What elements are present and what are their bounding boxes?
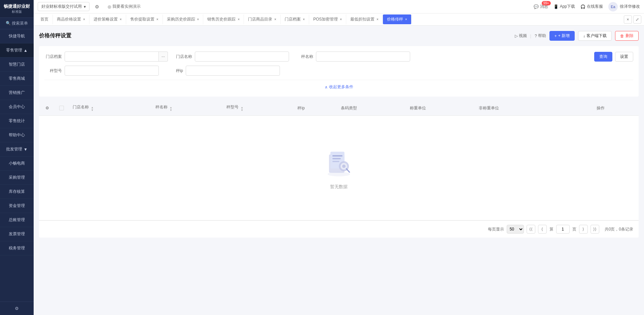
tab-pos-management[interactable]: POS加密管理 × <box>309 14 346 24</box>
sidebar-item-finance[interactable]: 资金管理 <box>0 199 34 213</box>
sidebar-search[interactable]: 🔍 搜索菜单 <box>0 18 34 29</box>
sort-icons-scale-model: ▲ ▼ <box>241 106 243 112</box>
th-barcode-type: 条码类型 <box>337 101 406 116</box>
store-name-input[interactable] <box>195 51 289 62</box>
help-link[interactable]: ? 帮助 <box>535 33 546 39</box>
tab-price-settings[interactable]: 商品价格设置 × <box>53 14 90 24</box>
demo-link-label: 我要看实例演示 <box>112 4 141 9</box>
query-button[interactable]: 查询 <box>594 52 612 62</box>
sidebar-item-marketing[interactable]: 营销推广 <box>0 86 34 100</box>
tab-sale-history-close[interactable]: × <box>238 18 240 21</box>
prev-page-btn[interactable]: ⟨ <box>538 225 547 234</box>
sidebar-item-small-ecom[interactable]: 小畅电商 <box>0 156 34 171</box>
tab-store-archive-close[interactable]: × <box>303 18 305 21</box>
sidebar-item-marketing-label: 营销推广 <box>9 90 25 95</box>
delete-label: 删除 <box>625 33 634 39</box>
tab-close-btn[interactable]: × <box>624 15 632 24</box>
add-icon: + <box>554 34 557 38</box>
sidebar-item-tax[interactable]: 税务管理 <box>0 241 34 255</box>
top-bar-right: 💬 消息 99+ 📱 App下载 🎧 在线客服 Ea 徐泽华修改 <box>534 2 640 11</box>
tab-min-discount[interactable]: 最低折扣设置 × <box>346 14 383 24</box>
sidebar-item-wholesale-label: 批发管理 <box>6 146 22 152</box>
tab-min-discount-close[interactable]: × <box>377 18 379 21</box>
tab-price-settings-close[interactable]: × <box>83 18 85 21</box>
sidebar-quick-nav[interactable]: 快捷导航 <box>0 29 34 43</box>
tab-store-catalog-close[interactable]: × <box>274 18 276 21</box>
sidebar-item-invoice-label: 发票管理 <box>9 232 25 236</box>
video-link[interactable]: ▷ 视频 <box>515 33 527 39</box>
tab-purchase-strategy[interactable]: 进价策略设置 × <box>90 14 126 24</box>
empty-cell: 暂无数据 <box>39 116 639 220</box>
download-button[interactable]: ↓ 客户端下载 <box>578 31 612 41</box>
pagination-total: 共0页，0条记录 <box>605 226 633 232</box>
sidebar-item-member-label: 会员中心 <box>9 104 25 109</box>
tab-store-archive[interactable]: 门店档案 × <box>281 14 309 24</box>
first-page-btn[interactable]: ⟨⟨ <box>527 225 535 234</box>
tab-store-catalog[interactable]: 门店商品目录 × <box>244 14 281 24</box>
tab-pos-management-close[interactable]: × <box>340 18 342 21</box>
select-all-checkbox[interactable] <box>59 106 64 110</box>
search-panel: 门店档案 ··· 门店名称 秤名称 <box>39 46 639 97</box>
sidebar-item-retail[interactable]: 零售管理 ▲ <box>0 43 34 58</box>
sidebar-item-retail-mall[interactable]: 零售商城 <box>0 72 34 86</box>
column-settings-btn[interactable]: ⚙ <box>43 104 51 112</box>
delete-button[interactable]: 🗑 删除 <box>615 31 639 41</box>
store-archive-suffix-btn[interactable]: ··· <box>159 51 168 62</box>
tab-purchase-history[interactable]: 采购历史价跟踪 × <box>163 14 204 24</box>
sidebar-item-purchase[interactable]: 采购管理 <box>0 171 34 185</box>
sidebar-item-retail-stats[interactable]: 零售统计 <box>0 114 34 128</box>
message-action[interactable]: 💬 消息 99+ <box>534 4 548 9</box>
add-button[interactable]: + + 新增 <box>549 31 575 41</box>
app-logo-title: 畅捷通好业财 <box>3 3 31 9</box>
settings-icon-btn[interactable]: ⚙ <box>92 2 102 11</box>
sidebar-item-smart-store-label: 智慧门店 <box>9 62 25 67</box>
tab-purchase-strategy-close[interactable]: × <box>120 18 122 21</box>
settings-form-button[interactable]: 设置 <box>615 52 633 62</box>
page-number-input[interactable] <box>556 225 570 234</box>
store-archive-input-group: ··· <box>65 51 168 62</box>
th-non-weight-unit: 非称重单位 <box>475 101 593 116</box>
scale-model-label: 秤型号 <box>44 68 62 74</box>
tab-sale-history-label: 销售历史价跟踪 <box>207 16 236 22</box>
version-selector[interactable]: 好业财标准版交付试用 ▾ <box>38 2 90 11</box>
sidebar-item-help-center[interactable]: 帮助中心 <box>0 128 34 142</box>
sidebar-item-smart-store[interactable]: 智慧门店 <box>0 58 34 72</box>
sidebar-item-invoice[interactable]: 发票管理 <box>0 227 34 241</box>
sidebar-item-inventory[interactable]: 库存核算 <box>0 185 34 199</box>
th-scale-ip: 秤ip <box>293 101 337 116</box>
empty-text: 暂无数据 <box>330 184 348 190</box>
svg-rect-5 <box>332 161 339 162</box>
sidebar-item-general-ledger[interactable]: 总账管理 <box>0 213 34 227</box>
scale-model-input[interactable] <box>65 66 159 76</box>
tab-price-scale[interactable]: 价格传秤 × <box>383 14 412 24</box>
last-page-btn[interactable]: ⟩⟩ <box>591 225 599 234</box>
sidebar-settings-btn[interactable]: ⚙ <box>0 302 34 315</box>
sidebar-item-member[interactable]: 会员中心 <box>0 100 34 114</box>
scale-name-input[interactable] <box>316 51 410 62</box>
scale-ip-input[interactable] <box>186 66 280 76</box>
tab-sale-history[interactable]: 销售历史价跟踪 × <box>203 14 244 24</box>
tab-sale-extract[interactable]: 售价提取设置 × <box>126 14 163 24</box>
action-buttons: 查询 设置 <box>594 52 633 62</box>
user-action[interactable]: Ea 徐泽华修改 <box>608 2 640 11</box>
tab-home[interactable]: 首页 <box>36 14 53 24</box>
next-page-btn[interactable]: ⟩ <box>579 225 588 234</box>
per-page-select[interactable]: 50 10 20 100 <box>507 225 524 234</box>
sidebar-quick-nav-label: 快捷导航 <box>9 34 25 38</box>
tab-maximize-btn[interactable]: ⤢ <box>633 15 641 24</box>
online-service-action[interactable]: 🎧 在线客服 <box>580 4 603 9</box>
app-download-action[interactable]: 📱 App下载 <box>553 4 575 9</box>
sidebar-item-wholesale[interactable]: 批发管理 ▼ <box>0 142 34 156</box>
collapse-btn[interactable]: ∧ 收起更多条件 <box>44 83 633 91</box>
tab-sale-extract-close[interactable]: × <box>156 18 158 21</box>
tab-price-scale-close[interactable]: × <box>405 18 407 21</box>
sidebar-item-inventory-label: 库存核算 <box>9 189 25 194</box>
store-archive-input[interactable] <box>65 51 159 62</box>
demo-link[interactable]: ◎ 我要看实例演示 <box>108 4 141 9</box>
tab-purchase-history-close[interactable]: × <box>197 18 199 21</box>
sort-down-icon: ▼ <box>91 109 94 112</box>
table-body: 暂无数据 <box>39 116 639 220</box>
tab-purchase-strategy-label: 进价策略设置 <box>94 16 118 22</box>
sort-icons-store-name: ▲ ▼ <box>91 106 94 112</box>
settings-form-label: 设置 <box>620 54 628 60</box>
